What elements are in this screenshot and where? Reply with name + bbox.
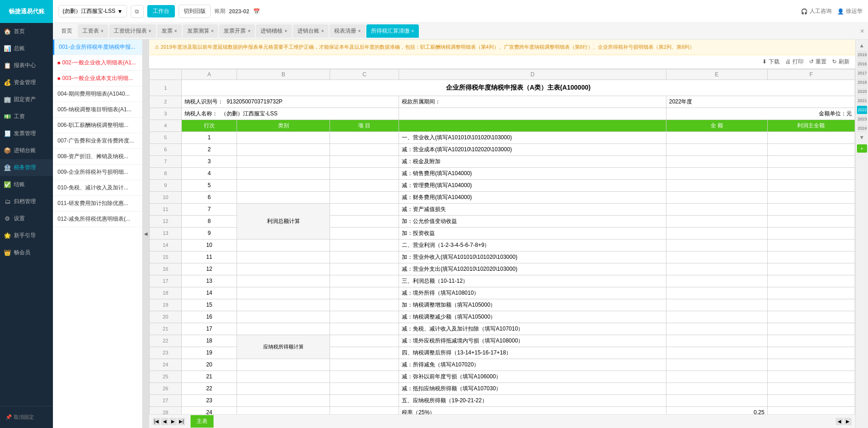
tab-close-income-tax[interactable]: × — [411, 29, 414, 34]
sidebar-item-payroll[interactable]: 💵 工资 — [0, 108, 53, 125]
sidebar-item-member[interactable]: 👑 畅会员 — [0, 244, 53, 261]
table-row: 25 21 减：弥补以前年度亏损（填写A106000） — [150, 371, 855, 382]
table-row: 16 12 减：营业外支出(填写A102010\102020\103000) — [150, 263, 855, 275]
form-012-label: 012-减免所得税优惠明细表(... — [58, 215, 130, 223]
print-button[interactable]: 🖨 打印 — [785, 58, 804, 66]
panel-toggle[interactable]: ◀ — [143, 40, 149, 428]
tab-sales-ledger[interactable]: 进销台账 × — [293, 24, 329, 38]
form-004[interactable]: 004-期间费用明细表(A1040... — [53, 86, 142, 102]
tab-close-tax-list[interactable]: × — [358, 29, 361, 34]
year-2018[interactable]: 2018 — [857, 78, 867, 86]
form-010[interactable]: 010-免税、减计收入及加计... — [53, 180, 142, 196]
invoice-icon: 🧾 — [4, 130, 11, 137]
form-005[interactable]: 005-纳税调整项目明细表(A1... — [53, 102, 142, 118]
tab-home[interactable]: 首页 — [57, 24, 77, 38]
old-version-button[interactable]: 切到旧版 — [179, 5, 211, 18]
year-2022[interactable]: 2022 — [857, 106, 867, 114]
calendar-icon[interactable]: 📅 — [253, 8, 260, 15]
year-2016[interactable]: 2016 — [857, 60, 867, 68]
sheet-nav-left[interactable]: ◀ — [161, 418, 168, 425]
tab-tax-list[interactable]: 税表清册 × — [330, 24, 365, 38]
spreadsheet-area[interactable]: A B C D E F 1 企业所得税年度纳税申报表（A类）主表(A100000… — [149, 69, 855, 415]
form-009[interactable]: 009-企业所得税补亏损明细... — [53, 165, 142, 180]
row-num: 3 — [150, 108, 182, 120]
tab-payroll[interactable]: 工资表 × — [78, 24, 108, 38]
sidebar-item-funds[interactable]: 💰 资金管理 — [0, 74, 53, 91]
form-008[interactable]: 008-资产折旧、摊销及纳税... — [53, 149, 142, 165]
col-xiangmu: 项 目 — [330, 120, 399, 131]
form-001-label: 001-企业所得税年度纳税申报... — [59, 43, 135, 51]
form-007[interactable]: 007-广告费和业务宣传费跨度... — [53, 133, 142, 149]
year-2024[interactable]: 2024 — [857, 124, 867, 132]
tab-close-payroll[interactable]: × — [101, 29, 104, 34]
sidebar-item-reports[interactable]: 📋 报表中心 — [0, 57, 53, 74]
tab-close-invoice[interactable]: × — [174, 29, 177, 34]
topbar-right: 🎧 人工咨询 👤 徐运华 — [801, 7, 862, 15]
funds-icon: 💰 — [4, 79, 11, 86]
form-003[interactable]: 003-一般企业成本支出明细... — [53, 71, 142, 86]
table-row: 17 13 三、利润总额（10-11-12） — [150, 275, 855, 287]
year-2017[interactable]: 2017 — [857, 69, 867, 77]
left-panel: 001-企业所得税年度纳税申报... 002-一般企业收入明细表(A1... 0… — [53, 40, 143, 428]
sidebar-item-sales-ledger[interactable]: 📦 进销台账 — [0, 142, 53, 159]
tab-close-sales-audit[interactable]: × — [284, 29, 287, 34]
close-all-icon[interactable]: × — [860, 27, 864, 35]
form-010-label: 010-免税、减计收入及加计... — [58, 184, 128, 192]
form-012[interactable]: 012-减免所得税优惠明细表(... — [53, 211, 142, 227]
topbar: (勿删）江西服宝-LSS ▼ ⧉ 工作台 切到旧版 账期 2023-02 📅 🎧… — [53, 0, 868, 23]
reset-icon: ↺ — [809, 58, 814, 65]
sidebar-item-settings[interactable]: ⚙ 设置 — [0, 210, 53, 227]
sidebar-item-general-ledger[interactable]: 📊 总账 — [0, 40, 53, 57]
tab-close-payroll-stats[interactable]: × — [149, 29, 151, 34]
year-2023[interactable]: 2023 — [857, 115, 867, 123]
ai-consult-btn[interactable]: 🎧 人工咨询 — [801, 7, 832, 15]
sidebar-item-close[interactable]: ✅ 结账 — [0, 176, 53, 193]
unpin-button[interactable]: 📌 取消固定 — [4, 410, 49, 424]
sidebar-item-invoices[interactable]: 🧾 发票管理 — [0, 125, 53, 142]
row-num: 1 — [150, 80, 182, 96]
table-row: 27 23 五、应纳税所得额（19-20-21-22） — [150, 394, 855, 406]
workbench-button[interactable]: 工作台 — [147, 5, 175, 17]
refresh-button[interactable]: ↻ 刷新 — [832, 58, 850, 66]
copy-icon-btn[interactable]: ⧉ — [131, 5, 144, 18]
year-scroll-down[interactable]: ▼ — [858, 133, 866, 142]
tab-close-invoice-open[interactable]: × — [248, 29, 250, 34]
add-year-button[interactable]: + — [857, 144, 867, 153]
sheet-nav-right-right[interactable]: ▶| — [178, 418, 185, 425]
scroll-left[interactable]: ◀ — [836, 418, 843, 425]
sheet-tab-main[interactable]: 主表 — [191, 415, 214, 428]
user-profile[interactable]: 👤 徐运华 — [837, 7, 862, 15]
year-scroll-up[interactable]: ▲ — [858, 41, 866, 50]
tab-payroll-stats[interactable]: 工资统计报表 × — [109, 24, 156, 38]
sidebar-item-guide[interactable]: 🌟 新手引导 — [0, 227, 53, 244]
year-2019[interactable]: 2019 — [857, 51, 867, 59]
form-002[interactable]: 002-一般企业收入明细表(A1... — [53, 55, 142, 71]
settings-icon: ⚙ — [4, 215, 11, 222]
tab-income-tax[interactable]: 所得税汇算清缴 × — [366, 24, 419, 38]
scroll-right[interactable]: ▶ — [844, 418, 851, 425]
period-value-cell: 2022年度 — [666, 96, 855, 108]
table-row: 2 纳税人识别号： 91320500703719732P 税款所属期间： 202… — [150, 96, 855, 108]
tab-invoice-open[interactable]: 发票开票 × — [219, 24, 255, 38]
tab-close-sales-ledger[interactable]: × — [321, 29, 324, 34]
form-001[interactable]: 001-企业所得税年度纳税申报... — [53, 40, 142, 55]
sidebar-item-assets[interactable]: 🏢 固定资产 — [0, 91, 53, 108]
company-selector[interactable]: (勿删）江西服宝-LSS ▼ — [58, 5, 127, 17]
table-row: 22 18 应纳税所得额计算 减：境外应税所得抵减境内亏损（填写A108000） — [150, 335, 855, 347]
category-profit-calc: 利润总额计算 — [237, 203, 330, 239]
form-006[interactable]: 006-职工薪酬纳税调整明细... — [53, 118, 142, 133]
form-011[interactable]: 011-研发费用加计扣除优惠... — [53, 196, 142, 211]
tab-invoice[interactable]: 发票 × — [157, 24, 182, 38]
download-button[interactable]: ⬇ 下载 — [762, 58, 780, 66]
tab-invoice-calc[interactable]: 发票测算 × — [183, 24, 219, 38]
sidebar-item-home[interactable]: 🏠 首页 — [0, 23, 53, 40]
tab-close-invoice-calc[interactable]: × — [211, 29, 214, 34]
sidebar-item-tax[interactable]: 🏦 税务管理 — [0, 159, 53, 176]
tab-sales-audit[interactable]: 进销稽核 × — [256, 24, 292, 38]
year-2021[interactable]: 2021 — [857, 97, 867, 105]
sheet-nav-right[interactable]: ▶ — [169, 418, 177, 425]
reset-button[interactable]: ↺ 重置 — [809, 58, 827, 66]
year-2020[interactable]: 2020 — [857, 87, 867, 96]
sidebar-item-archive[interactable]: 🗂 归档管理 — [0, 193, 53, 210]
sheet-nav-left-left[interactable]: |◀ — [153, 418, 160, 425]
